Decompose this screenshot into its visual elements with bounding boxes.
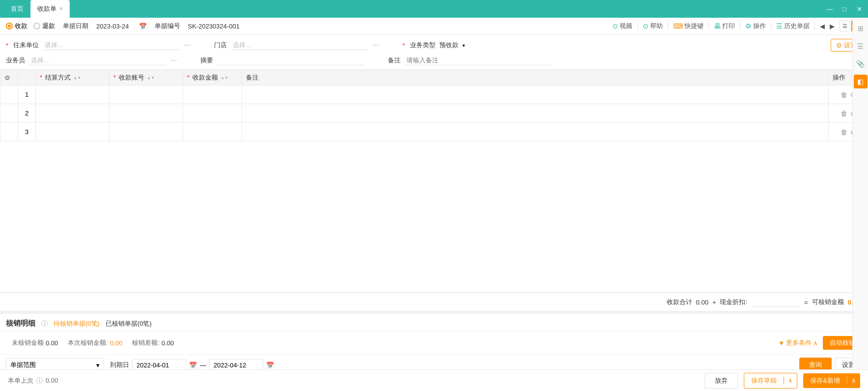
amount-sort[interactable]: ▲▼ — [220, 76, 228, 80]
account-sort[interactable]: ▲▼ — [147, 76, 155, 80]
row3-amount — [183, 123, 242, 141]
business-chevron[interactable]: ▾ — [462, 43, 465, 48]
row2-amount-input[interactable] — [183, 104, 242, 122]
sidebar-attach-icon[interactable]: 📎 — [854, 57, 868, 71]
business-label: 业务类型 — [410, 41, 435, 50]
row2-account-input[interactable] — [109, 104, 183, 122]
divider1 — [637, 22, 638, 30]
date-range-dash: — — [200, 362, 206, 369]
history-action[interactable]: ☰ 历史单据 — [776, 22, 810, 30]
row1-amount-input[interactable] — [183, 85, 242, 104]
row3-settle — [36, 123, 109, 141]
divider2 — [668, 22, 668, 30]
pending-tab[interactable]: 待核销单据(0笔) — [54, 319, 100, 328]
partner-label: 往来单位 — [13, 41, 39, 50]
save-new-arrow[interactable]: ∧ — [847, 377, 860, 384]
shortcut-icon: ⌨ — [673, 22, 683, 30]
save-draft-button[interactable]: 保存草稿 ∧ — [744, 373, 797, 389]
shortcut-action[interactable]: ⌨ 快捷键 — [673, 22, 704, 30]
row1-settle-input[interactable] — [36, 85, 109, 104]
verify-info-icon[interactable]: ⓘ — [41, 319, 48, 328]
tab-receipt-label: 收款单 — [37, 4, 56, 13]
row3-amount-input[interactable] — [183, 123, 242, 141]
prev-action[interactable]: ◀ — [820, 23, 825, 30]
bottom-info-value: 0.00 — [46, 377, 58, 384]
video-label: 视频 — [620, 22, 632, 30]
row2-remark-input[interactable] — [242, 104, 828, 122]
row1-delete-icon[interactable]: 🗑 — [841, 91, 847, 99]
toolbar-actions: ⊙ 视频 ⊙ 帮助 ⌨ 快捷键 🖶 打印 ⚙ 操作 — [612, 21, 862, 31]
pending-label: 待核销单据(0笔) — [54, 319, 100, 328]
shop-more-btn[interactable]: ··· — [372, 41, 379, 49]
tab-receipt[interactable]: 收款单 × — [30, 0, 70, 18]
remark-input[interactable] — [405, 56, 552, 65]
col-action-label: 操作 — [833, 74, 845, 81]
row2-delete-icon[interactable]: 🗑 — [841, 110, 847, 117]
row1-remark-input[interactable] — [242, 85, 828, 104]
row3-settle-input[interactable] — [36, 123, 109, 141]
divider3 — [708, 22, 709, 30]
row3-account-input[interactable] — [109, 123, 183, 141]
due-label: 到期日 — [110, 361, 129, 369]
row1-account-input[interactable] — [109, 85, 183, 104]
shop-input[interactable] — [231, 40, 368, 50]
shop-label: 门店 — [214, 41, 227, 50]
save-new-button[interactable]: 保存&新增 ∧ — [803, 373, 860, 388]
settings-gear-icon: ⚙ — [836, 42, 842, 49]
minimize-button[interactable]: — — [825, 4, 835, 14]
video-action[interactable]: ⊙ 视频 — [612, 22, 632, 30]
partner-more-btn[interactable]: ··· — [184, 41, 190, 49]
prev-icon: ◀ — [820, 23, 825, 30]
discard-button[interactable]: 放弃 — [705, 373, 738, 389]
calendar-from-icon[interactable]: 📅 — [189, 362, 197, 369]
bottom-info: 本单上次 ⓘ 0.00 — [8, 376, 58, 385]
summary-input[interactable] — [217, 56, 364, 65]
tab-home-label: 首页 — [11, 4, 24, 13]
calendar-to-icon[interactable]: 📅 — [266, 362, 274, 369]
row2-settle — [36, 104, 109, 123]
print-action[interactable]: 🖶 打印 — [714, 22, 735, 30]
help-action[interactable]: ⊙ 帮助 — [643, 22, 663, 30]
layout-list[interactable]: ☰ — [840, 21, 850, 31]
receipt-radio[interactable]: 收款 — [6, 22, 27, 30]
row3-remark-input[interactable] — [242, 123, 828, 141]
sidebar-list-icon[interactable]: ☰ — [854, 39, 868, 53]
refund-radio[interactable]: 退款 — [33, 22, 55, 30]
maximize-button[interactable]: □ — [840, 4, 849, 14]
remark-label: 备注 — [388, 56, 401, 65]
more-conditions-btn[interactable]: ▼ 更多条件 ∧ — [778, 338, 818, 347]
verify-header: 核销明细 ⓘ 待核销单据(0笔) 已核销单据(0笔) — [0, 314, 868, 332]
table-settings-icon[interactable]: ⚙ — [4, 74, 10, 82]
row1-settings — [0, 85, 18, 104]
operations-action[interactable]: ⚙ 操作 — [745, 22, 766, 30]
table-row: 3 🗑 ⊕ — [0, 123, 868, 141]
close-button[interactable]: ✕ — [854, 4, 864, 14]
sidebar-panel-icon[interactable]: ◧ — [854, 75, 868, 88]
summary-bar: 收款合计 0.00 + 现金折扣: = 可核销金额 0.00 — [0, 293, 868, 311]
print-label: 打印 — [722, 22, 735, 30]
row2-settle-input[interactable] — [36, 104, 109, 122]
row3-delete-icon[interactable]: 🗑 — [841, 128, 847, 136]
staff-more-btn[interactable]: ··· — [170, 56, 177, 64]
next-action[interactable]: ▶ — [830, 23, 835, 30]
col-remark-label: 备注 — [246, 74, 259, 81]
sidebar-table-icon[interactable]: ⊞ — [854, 22, 868, 35]
verify-title: 核销明细 — [6, 319, 35, 328]
operations-label: 操作 — [753, 22, 766, 30]
table-row: 2 🗑 ⊕ — [0, 104, 868, 123]
receipt-table: ⚙ * 结算方式 ▲▼ * 收款账号 ▲▼ * 收款金 — [0, 70, 868, 141]
settle-sort[interactable]: ▲▼ — [73, 76, 81, 80]
tab-home[interactable]: 首页 — [4, 0, 30, 18]
tab-receipt-close[interactable]: × — [59, 5, 63, 12]
discount-input[interactable] — [751, 297, 800, 307]
partner-input[interactable] — [43, 40, 180, 50]
date-icon[interactable]: 📅 — [139, 23, 147, 30]
staff-input[interactable] — [29, 56, 166, 65]
bottom-info-icon[interactable]: ⓘ — [36, 376, 43, 385]
discount-label: 现金折扣: — [720, 298, 747, 307]
video-icon: ⊙ — [612, 22, 618, 30]
divider5 — [771, 22, 771, 30]
save-draft-arrow[interactable]: ∧ — [784, 377, 797, 384]
done-tab[interactable]: 已核销单据(0笔) — [106, 319, 152, 328]
total-value: 0.00 — [696, 299, 708, 306]
